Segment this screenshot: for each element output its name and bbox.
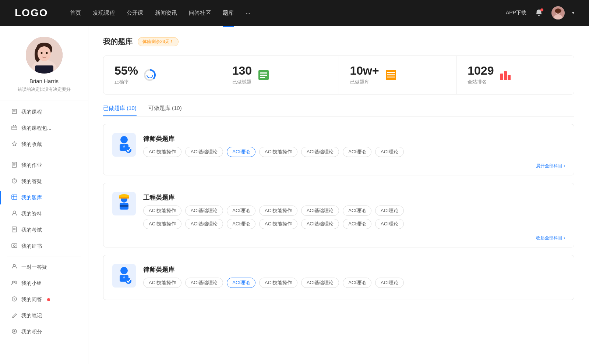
bank-3-tag-3[interactable]: ACI技能操作 — [259, 278, 297, 288]
sidebar-item-my-package[interactable]: 我的课程包... — [0, 120, 88, 136]
stat-done-questions-number: 130 — [232, 65, 252, 76]
nav-links: 首页 发现课程 公开课 新闻资讯 问答社区 题库 ··· — [70, 8, 506, 18]
stat-done-banks: 10w+ 已做题库 — [339, 56, 457, 94]
sidebar-item-my-group[interactable]: 我的小组 — [0, 275, 88, 292]
bank-1-tag-6[interactable]: ACI理论 — [375, 147, 404, 157]
svg-point-39 — [15, 281, 17, 283]
profile-slogan: 错误的决定比没有决定要好 — [18, 86, 71, 93]
bank-card-3-tags: ACI技能操作 ACI基础理论 ACI理论 ACI技能操作 ACI基础理论 AC… — [143, 278, 404, 288]
done-banks-icon — [384, 68, 398, 82]
main-content: 我的题库 体验剩余23天！ 55% 正确率 — [88, 26, 589, 364]
bank-card-3: 律师类题库 ACI技能操作 ACI基础理论 ACI理论 ACI技能操作 ACI基… — [103, 255, 574, 300]
bank-1-tag-3[interactable]: ACI技能操作 — [259, 147, 297, 157]
tab-done-banks[interactable]: 已做题库 (10) — [103, 105, 137, 116]
bank-card-2-collapse[interactable]: 收起全部科目 › — [536, 235, 565, 241]
nav-link-qa[interactable]: 问答社区 — [189, 8, 211, 18]
svg-rect-48 — [260, 75, 267, 76]
svg-rect-67 — [120, 205, 128, 207]
sidebar-item-one-on-one[interactable]: 一对一答疑 — [0, 259, 88, 275]
bank-1-tag-2[interactable]: ACI理论 — [227, 147, 255, 157]
my-cert-label: 我的证书 — [21, 243, 42, 250]
bank-card-2-icon — [112, 192, 136, 215]
user-avatar[interactable] — [551, 6, 565, 19]
sidebar-item-my-homework[interactable]: 我的作业 — [0, 157, 88, 174]
svg-rect-55 — [504, 71, 507, 80]
nav-link-question[interactable]: 题库 — [223, 8, 234, 18]
tab-available-banks[interactable]: 可做题库 (10) — [148, 105, 182, 116]
stat-accuracy-content: 55% 正确率 — [114, 65, 138, 85]
sidebar-item-my-exam[interactable]: 我的考试 — [0, 222, 88, 238]
bank-2-tag-10[interactable]: ACI技能操作 — [259, 219, 297, 229]
my-group-icon — [11, 280, 18, 287]
sidebar-item-my-favorites[interactable]: 我的收藏 — [0, 136, 88, 153]
bank-2-tag-9[interactable]: ACI理论 — [227, 219, 255, 229]
sidebar: Brian Harris 错误的决定比没有决定要好 我的课程 我的课程包... — [0, 26, 88, 364]
sidebar-item-my-course[interactable]: 我的课程 — [0, 104, 88, 120]
bank-3-tag-2[interactable]: ACI理论 — [227, 278, 255, 288]
stat-done-banks-content: 10w+ 已做题库 — [350, 65, 379, 85]
sidebar-item-my-points[interactable]: 我的积分 — [0, 324, 88, 340]
app-download-button[interactable]: APP下载 — [506, 10, 526, 16]
bank-1-tag-5[interactable]: ACI理论 — [343, 147, 371, 157]
accuracy-chart-icon — [143, 68, 156, 82]
bank-3-tag-4[interactable]: ACI基础理论 — [301, 278, 339, 288]
bank-card-1-header: 律师类题库 ACI技能操作 ACI基础理论 ACI理论 ACI技能操作 ACI基… — [112, 133, 565, 157]
sidebar-profile: Brian Harris 错误的决定比没有决定要好 — [0, 37, 88, 100]
bank-2-tag-2[interactable]: ACI理论 — [227, 206, 255, 216]
bank-2-tag-5[interactable]: ACI理论 — [343, 206, 371, 216]
bank-2-tag-8[interactable]: ACI基础理论 — [185, 219, 223, 229]
notification-bell[interactable] — [534, 8, 544, 18]
my-notes-icon — [11, 312, 18, 320]
nav-link-discover[interactable]: 发现课程 — [93, 8, 115, 18]
bank-2-tag-4[interactable]: ACI基础理论 — [301, 206, 339, 216]
my-cert-icon — [11, 243, 18, 250]
svg-rect-15 — [35, 65, 53, 74]
sidebar-item-my-profile[interactable]: 我的资料 — [0, 206, 88, 222]
bank-2-tag-13[interactable]: ACI理论 — [375, 219, 404, 229]
sidebar-menu: 我的课程 我的课程包... 我的收藏 我的作业 — [0, 104, 88, 340]
my-questions-icon: ? — [11, 296, 18, 303]
divider-1 — [7, 155, 81, 155]
nav-link-news[interactable]: 新闻资讯 — [155, 8, 177, 18]
sidebar-item-my-notes[interactable]: 我的笔记 — [0, 308, 88, 324]
sidebar-item-my-cert[interactable]: 我的证书 — [0, 238, 88, 254]
bank-card-1-expand[interactable]: 展开全部科目 › — [536, 163, 565, 169]
bank-2-tag-0[interactable]: ACI技能操作 — [143, 206, 181, 216]
my-homework-label: 我的作业 — [21, 162, 42, 169]
bank-card-2-tags-row1: ACI技能操作 ACI基础理论 ACI理论 ACI技能操作 ACI基础理论 AC… — [143, 206, 404, 216]
my-course-label: 我的课程 — [21, 109, 42, 115]
my-profile-icon — [11, 210, 18, 218]
my-qa-icon: ? — [11, 178, 18, 185]
bank-3-tag-0[interactable]: ACI技能操作 — [143, 278, 181, 288]
svg-rect-35 — [12, 244, 17, 247]
my-exam-icon — [11, 226, 18, 234]
bank-card-1-info: 律师类题库 ACI技能操作 ACI基础理论 ACI理论 ACI技能操作 ACI基… — [143, 133, 404, 157]
bank-2-tag-1[interactable]: ACI基础理论 — [185, 206, 223, 216]
svg-text:?: ? — [13, 179, 15, 183]
bank-1-tag-0[interactable]: ACI技能操作 — [143, 147, 181, 157]
sidebar-item-my-questions[interactable]: ? 我的问答 — [0, 292, 88, 308]
nav-link-home[interactable]: 首页 — [70, 8, 81, 18]
bank-3-tag-6[interactable]: ACI理论 — [375, 278, 404, 288]
bank-1-tag-4[interactable]: ACI基础理论 — [301, 147, 339, 157]
bank-2-tag-11[interactable]: ACI基础理论 — [301, 219, 339, 229]
nav-link-open[interactable]: 公开课 — [127, 8, 143, 18]
svg-point-5 — [555, 9, 561, 13]
bank-1-tag-1[interactable]: ACI基础理论 — [185, 147, 223, 157]
nav-chevron-icon[interactable]: ▾ — [572, 10, 574, 15]
sidebar-item-my-qa[interactable]: ? 我的答疑 — [0, 174, 88, 190]
my-exam-label: 我的考试 — [21, 227, 42, 233]
my-points-label: 我的积分 — [21, 329, 42, 335]
bank-2-tag-6[interactable]: ACI理论 — [375, 206, 404, 216]
bank-2-tag-3[interactable]: ACI技能操作 — [259, 206, 297, 216]
svg-point-37 — [13, 264, 15, 267]
stat-ranking-label: 全站排名 — [468, 79, 494, 85]
svg-point-38 — [13, 281, 14, 283]
bank-2-tag-12[interactable]: ACI理论 — [343, 219, 371, 229]
bank-3-tag-5[interactable]: ACI理论 — [343, 278, 371, 288]
bank-2-tag-7[interactable]: ACI技能操作 — [143, 219, 181, 229]
stat-done-questions: 130 已做试题 — [221, 56, 339, 94]
sidebar-item-my-bank[interactable]: 我的题库 — [0, 190, 88, 206]
nav-link-more[interactable]: ··· — [246, 8, 250, 18]
bank-3-tag-1[interactable]: ACI基础理论 — [185, 278, 223, 288]
